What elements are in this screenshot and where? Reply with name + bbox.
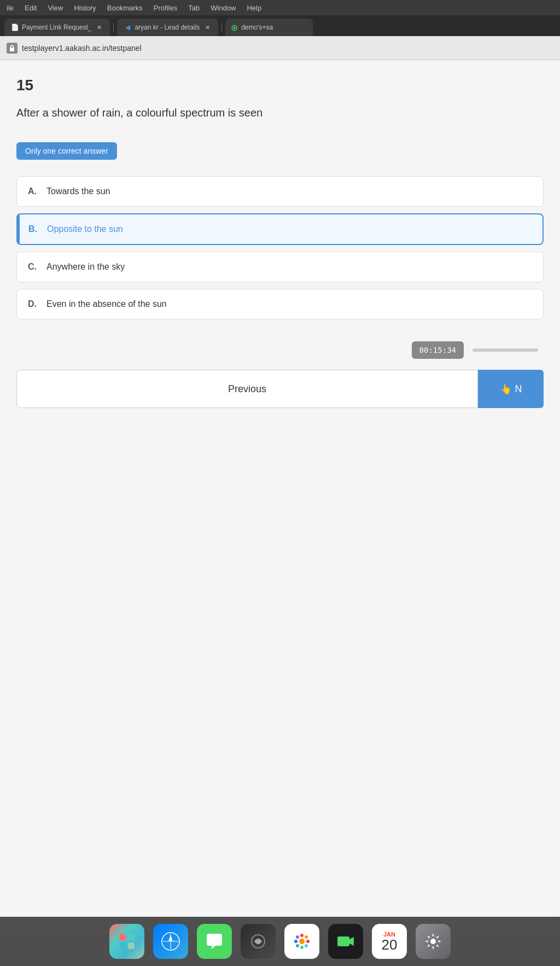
previous-button[interactable]: Previous <box>16 370 478 408</box>
tab-aryan[interactable]: ◀ aryan kr - Lead details ✕ <box>117 19 218 36</box>
option-a[interactable]: A. Towards the sun <box>16 176 544 207</box>
timer-area: 00:15:34 <box>16 341 544 359</box>
next-label: N <box>515 383 522 395</box>
menu-item-history[interactable]: History <box>74 4 96 12</box>
previous-label: Previous <box>228 383 266 395</box>
option-b-label: B. <box>28 224 39 234</box>
menu-item-tab[interactable]: Tab <box>188 4 200 12</box>
svg-point-18 <box>305 944 308 947</box>
dock-item-grid[interactable] <box>109 924 144 959</box>
next-button[interactable]: 👆 N <box>478 370 544 408</box>
address-bar: testplayerv1.aakash.ac.in/testpanel <box>0 36 560 60</box>
tab-title-aryan: aryan kr - Lead details <box>135 24 200 31</box>
tab-title-demo: demo's+sa <box>241 24 307 31</box>
option-a-text: Towards the sun <box>46 187 110 196</box>
answer-type-badge: Only one correct answer <box>16 142 117 160</box>
svg-rect-19 <box>337 936 349 946</box>
menu-item-profiles[interactable]: Profiles <box>154 4 177 12</box>
dock-item-facetime[interactable] <box>328 924 363 959</box>
tab-close-payment[interactable]: ✕ <box>95 23 103 32</box>
options-list: A. Towards the sun B. Opposite to the su… <box>16 176 544 319</box>
menu-item-bookmarks[interactable]: Bookmarks <box>107 4 143 12</box>
tab-icon-aryan: ◀ <box>124 24 131 31</box>
tab-close-aryan[interactable]: ✕ <box>203 23 212 32</box>
lock-icon <box>7 43 18 54</box>
tab-bar: 📄 Payment Link Request_ ✕ ◀ aryan kr - L… <box>0 15 560 36</box>
svg-point-13 <box>294 940 298 943</box>
option-c-text: Anywhere in the sky <box>46 262 125 272</box>
dock-item-safari[interactable] <box>153 924 188 959</box>
dock-item-vpn[interactable] <box>241 924 276 959</box>
question-text: After a shower of rain, a colourful spec… <box>16 105 544 120</box>
next-icon: 👆 <box>500 383 512 395</box>
dock-item-settings[interactable] <box>416 924 451 959</box>
tab-title-payment: Payment Link Request_ <box>22 24 91 31</box>
timer-display: 00:15:34 <box>412 341 464 359</box>
dock-item-photos[interactable] <box>284 924 319 959</box>
menu-item-help[interactable]: Help <box>247 4 261 12</box>
option-d-label: D. <box>28 299 39 309</box>
menu-item-window[interactable]: Window <box>211 4 236 12</box>
svg-point-12 <box>300 946 304 949</box>
tab-payment-link[interactable]: 📄 Payment Link Request_ ✕ <box>4 19 110 36</box>
dock: JAN 20 <box>0 917 560 966</box>
timer-progress-bar <box>472 348 538 352</box>
option-b-text: Opposite to the sun <box>47 224 123 234</box>
option-a-label: A. <box>28 187 39 196</box>
tab-new-icon: ⊕ <box>231 22 238 33</box>
tab-icon-payment: 📄 <box>11 24 19 31</box>
option-c-label: C. <box>28 262 39 272</box>
svg-point-15 <box>296 935 299 939</box>
svg-rect-3 <box>119 942 126 949</box>
dock-item-calendar[interactable]: JAN 20 <box>372 924 407 959</box>
bottom-navigation: Previous 👆 N <box>16 370 544 408</box>
page-content: 15 After a shower of rain, a colourful s… <box>0 60 560 935</box>
option-d-text: Even in the absence of the sun <box>46 299 167 309</box>
tab-separator-1 <box>113 23 114 32</box>
svg-point-16 <box>305 935 308 939</box>
option-b[interactable]: B. Opposite to the sun <box>16 213 544 245</box>
menu-item-edit[interactable]: Edit <box>25 4 37 12</box>
svg-rect-1 <box>119 934 126 940</box>
dock-item-messages[interactable] <box>197 924 232 959</box>
calendar-day: 20 <box>382 938 398 952</box>
svg-point-14 <box>306 940 310 943</box>
svg-point-21 <box>430 939 436 944</box>
tab-separator-2 <box>221 23 222 32</box>
svg-point-17 <box>296 944 299 947</box>
svg-marker-20 <box>349 937 354 946</box>
tab-demo[interactable]: ⊕ demo's+sa <box>225 19 313 36</box>
svg-rect-0 <box>10 48 14 51</box>
option-c[interactable]: C. Anywhere in the sky <box>16 252 544 282</box>
browser-menu-bar: ile Edit View History Bookmarks Profiles… <box>0 0 560 15</box>
menu-item-view[interactable]: View <box>48 4 63 12</box>
option-d[interactable]: D. Even in the absence of the sun <box>16 289 544 319</box>
menu-item-file[interactable]: ile <box>7 4 14 12</box>
svg-point-11 <box>300 934 304 937</box>
svg-rect-4 <box>128 942 135 949</box>
question-number: 15 <box>16 77 544 94</box>
svg-rect-2 <box>128 934 135 940</box>
svg-point-10 <box>299 939 305 944</box>
url-display[interactable]: testplayerv1.aakash.ac.in/testpanel <box>22 44 553 53</box>
